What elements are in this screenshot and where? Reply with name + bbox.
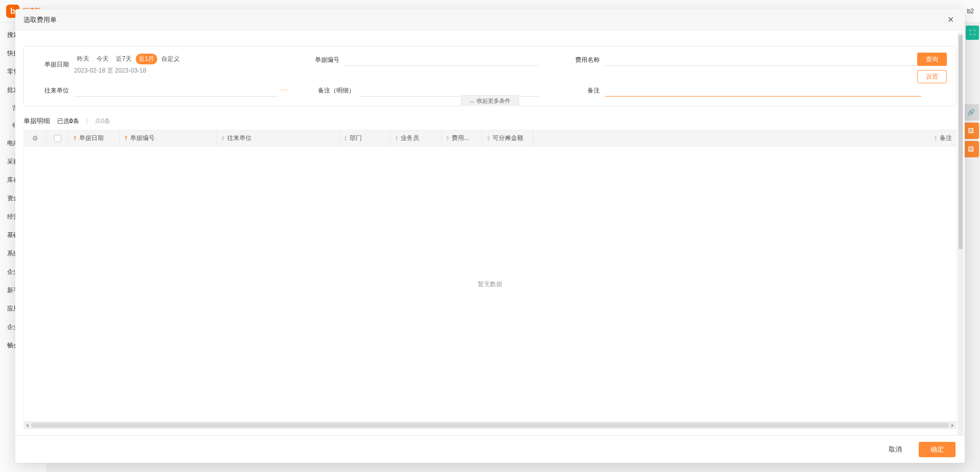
date-chip-yesterday[interactable]: 昨天 (74, 54, 92, 64)
th-remark[interactable]: ▲▼ 备注 (533, 130, 956, 146)
gear-icon (32, 134, 38, 142)
remark-input[interactable] (605, 84, 921, 97)
th-biz[interactable]: ▲▼ 业务员 (390, 130, 442, 146)
hscroll-thumb[interactable] (31, 423, 949, 428)
filter-label-remark: 备注 (564, 86, 600, 95)
collapse-filters-button[interactable]: 收起更多条件 (461, 95, 519, 106)
filter-label-date: 单据日期 (33, 60, 69, 69)
filter-remark-group: 备注 (564, 84, 921, 97)
date-chip-today[interactable]: 今天 (93, 54, 112, 64)
date-chip-custom[interactable]: 自定义 (158, 54, 183, 64)
sort-icon: ▲▼ (344, 135, 348, 141)
total-count: 共0条 (95, 117, 111, 126)
feename-input[interactable] (605, 54, 921, 66)
chevron-up-icon (470, 98, 475, 105)
date-range-text: 2023-02-18 至 2023-03-18 (74, 66, 278, 75)
divider: | (86, 117, 88, 125)
empty-text: 暂无数据 (478, 280, 502, 289)
filter-feename-group: 费用名称 ··· (564, 54, 921, 66)
settings-button[interactable]: 设置 (917, 70, 947, 83)
modal-footer: 取消 确定 (15, 435, 965, 463)
docno-input[interactable] (345, 54, 538, 66)
sort-icon: ▲▼ (395, 135, 399, 141)
table-header: ▲▼ 单据日期 ▲▼ 单据编号 ▲▼ 往来单位 ▲▼ (24, 130, 956, 147)
tab-detail[interactable]: 单据明细 (23, 116, 50, 126)
sort-icon: ▲▼ (934, 135, 938, 141)
query-button[interactable]: 查询 (917, 53, 947, 66)
sort-icon: ▲▼ (73, 135, 77, 141)
collapse-label: 收起更多条件 (477, 97, 510, 105)
modal-overlay: 选取费用单 ✕ 单据日期 昨天 今天 近7天 近1月 (0, 0, 980, 472)
filter-label-docno: 单据编号 (304, 56, 339, 64)
confirm-button[interactable]: 确定 (919, 442, 955, 457)
modal-title: 选取费用单 (23, 15, 57, 25)
th-date[interactable]: ▲▼ 单据日期 (69, 130, 120, 146)
close-icon[interactable]: ✕ (944, 14, 957, 26)
th-unit[interactable]: ▲▼ 往来单位 (217, 130, 339, 146)
sort-icon: ▲▼ (446, 135, 450, 141)
sort-icon: ▲▼ (221, 135, 225, 141)
horizontal-scrollbar[interactable] (24, 421, 956, 429)
filter-label-feename: 费用名称 (564, 56, 600, 64)
vscroll-thumb[interactable] (959, 35, 963, 249)
date-chip-last7[interactable]: 近7天 (113, 54, 135, 64)
th-checkbox[interactable] (46, 130, 69, 146)
unit-input[interactable] (74, 84, 278, 97)
th-fee[interactable]: ▲▼ 费用... (442, 130, 482, 146)
date-shortcuts: 昨天 今天 近7天 近1月 自定义 (74, 54, 278, 64)
sort-icon: ▲▼ (486, 135, 491, 141)
th-gear[interactable] (24, 130, 46, 146)
vertical-scrollbar[interactable] (958, 33, 964, 435)
filter-label-remark-detail: 备注（明细） (304, 86, 355, 95)
date-chip-last1m[interactable]: 近1月 (136, 54, 158, 64)
th-dept[interactable]: ▲▼ 部门 (339, 130, 390, 146)
filter-unit-group: 往来单位 ··· (33, 84, 278, 97)
table-section: 单据明细 已选0条 | 共0条 ▲▼ 单据日期 (23, 114, 957, 429)
unit-more-icon[interactable]: ··· (281, 85, 288, 93)
modal-body: 单据日期 昨天 今天 近7天 近1月 自定义 2023-02-18 至 2023… (15, 31, 965, 435)
th-amount[interactable]: ▲▼ 可分摊金额 (482, 130, 533, 146)
filter-date-group: 单据日期 昨天 今天 近7天 近1月 自定义 2023-02-18 至 2023… (33, 54, 278, 75)
select-all-checkbox[interactable] (54, 135, 61, 142)
modal-header: 选取费用单 ✕ (15, 9, 965, 31)
table-body-empty: 暂无数据 (24, 147, 956, 421)
th-docno[interactable]: ▲▼ 单据编号 (120, 130, 217, 146)
sort-icon: ▲▼ (124, 135, 128, 141)
filter-panel: 单据日期 昨天 今天 近7天 近1月 自定义 2023-02-18 至 2023… (23, 46, 957, 106)
table: ▲▼ 单据日期 ▲▼ 单据编号 ▲▼ 往来单位 ▲▼ (23, 130, 957, 429)
select-expense-modal: 选取费用单 ✕ 单据日期 昨天 今天 近7天 近1月 (15, 9, 965, 463)
table-tabs: 单据明细 已选0条 | 共0条 (23, 114, 957, 128)
cancel-button[interactable]: 取消 (877, 442, 914, 457)
filter-docno-group: 单据编号 (304, 54, 538, 66)
filter-label-unit: 往来单位 (33, 86, 69, 95)
selected-count: 已选0条 (57, 117, 79, 126)
filter-actions: 查询 设置 (917, 53, 947, 83)
